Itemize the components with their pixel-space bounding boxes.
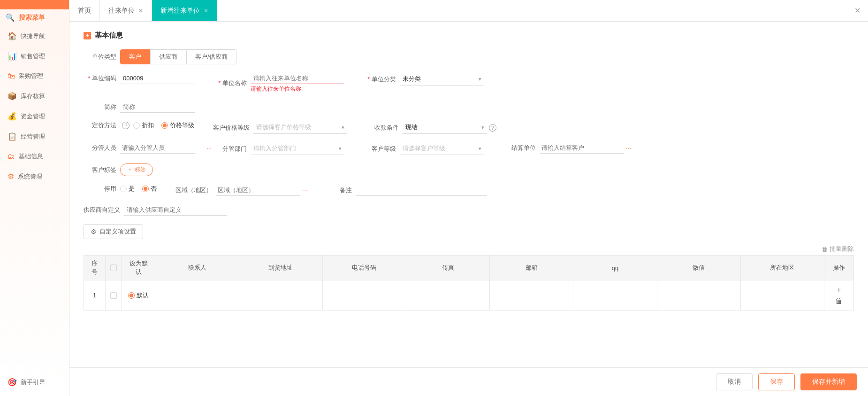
settle-input[interactable] xyxy=(540,142,622,153)
category-label: 单位分类 xyxy=(363,75,396,84)
cell-contact[interactable] xyxy=(155,280,239,311)
close-all-tabs[interactable]: ✕ xyxy=(847,6,868,15)
pricing-price-level-radio[interactable] xyxy=(161,122,168,129)
payment-help-icon[interactable]: ? xyxy=(489,124,496,132)
delete-row-button[interactable]: 🗑 xyxy=(834,296,844,306)
wechat-input[interactable] xyxy=(662,292,736,299)
disabled-yes[interactable]: 是 xyxy=(120,185,135,193)
pricing-row: 定价方法 ? 折扣 价格等级 客户价格等级 请选择客户价格等级 xyxy=(84,121,854,134)
tab-partner-list[interactable]: 往来单位 ✕ xyxy=(100,0,152,21)
remark-input[interactable] xyxy=(356,185,487,196)
batch-delete-button[interactable]: 🗑 批量删除 xyxy=(822,245,854,253)
abbr-input[interactable] xyxy=(120,101,195,113)
pricing-discount[interactable]: 折扣 xyxy=(133,121,154,130)
footer: 取消 保存 保存并新增 xyxy=(69,367,868,396)
tab-new-partner-close[interactable]: ✕ xyxy=(204,8,208,14)
region-action-icon[interactable]: ··· xyxy=(300,186,310,194)
tab-partner-list-label: 往来单位 xyxy=(108,7,135,15)
customer-price-select[interactable]: 请选择客户价格等级 ▾ xyxy=(253,121,347,134)
dept-label: 分管部门 xyxy=(214,145,247,153)
sidebar-item-sales[interactable]: 📊 销售管理 xyxy=(0,46,69,66)
customer-price-group: 客户价格等级 请选择客户价格等级 ▾ xyxy=(213,121,347,134)
payment-label: 收款条件 xyxy=(366,124,399,132)
region-input[interactable] xyxy=(216,185,298,195)
name-label: 单位名称 xyxy=(214,79,247,87)
add-tag-button[interactable]: ＋ 标签 xyxy=(120,163,153,176)
customer-level-select[interactable]: 请选择客户等级 ▾ xyxy=(400,142,484,155)
row-checkbox[interactable] xyxy=(110,292,117,299)
sidebar-item-label: 经营管理 xyxy=(21,132,45,141)
add-row-button[interactable]: ＋ xyxy=(834,284,844,296)
col-contact: 联系人 xyxy=(155,256,239,280)
cell-action: ＋ 🗑 xyxy=(824,280,854,311)
cell-email[interactable] xyxy=(490,280,573,311)
email-input[interactable] xyxy=(495,292,568,299)
fax-input[interactable] xyxy=(411,292,485,299)
pricing-group: 定价方法 ? 折扣 价格等级 xyxy=(84,121,194,130)
col-fax: 传真 xyxy=(406,256,489,280)
sidebar-item-guide[interactable]: 🎯 新手引导 xyxy=(0,372,69,392)
code-input[interactable] xyxy=(120,73,195,84)
cell-address[interactable] xyxy=(239,280,322,311)
unit-type-row: 单位类型 客户 供应商 客户/供应商 xyxy=(84,49,854,64)
tab-home[interactable]: 首页 xyxy=(69,0,100,21)
unit-type-customer[interactable]: 客户 xyxy=(120,49,150,64)
box-icon: 📦 xyxy=(8,92,17,101)
tab-partner-list-close[interactable]: ✕ xyxy=(138,8,143,14)
cancel-button[interactable]: 取消 xyxy=(716,373,753,390)
unit-type-both[interactable]: 客户/供应商 xyxy=(186,49,236,64)
pricing-price-level[interactable]: 价格等级 xyxy=(161,121,194,130)
name-input[interactable] xyxy=(251,73,344,84)
cell-check xyxy=(106,280,122,311)
phone-input[interactable] xyxy=(327,292,401,299)
main-area: 首页 往来单位 ✕ 新增往来单位 ✕ ✕ ✦ 基本信息 单位类型 客户 供应商 xyxy=(69,0,868,396)
row-default-radio[interactable]: 默认 xyxy=(128,291,149,300)
contact-input[interactable] xyxy=(160,292,234,299)
pricing-label: 定价方法 xyxy=(84,121,116,130)
address-input[interactable] xyxy=(244,292,318,299)
supplier-custom-input[interactable] xyxy=(124,204,227,216)
category-select[interactable]: 未分类 ▾ xyxy=(400,73,484,85)
manager-action-icon[interactable]: ··· xyxy=(205,144,214,152)
save-new-button[interactable]: 保存并新增 xyxy=(800,373,857,390)
pricing-discount-radio[interactable] xyxy=(133,122,140,129)
disabled-yes-radio[interactable] xyxy=(120,186,127,192)
sidebar-item-finance[interactable]: 💰 资金管理 xyxy=(0,106,69,126)
sidebar-item-system[interactable]: ⚙ 系统管理 xyxy=(0,166,69,186)
qq-input[interactable] xyxy=(578,292,652,299)
sidebar-item-quick-nav[interactable]: 🏠 快捷导航 xyxy=(0,26,69,46)
unit-type-supplier[interactable]: 供应商 xyxy=(150,49,186,64)
code-name-category-row: 单位编码 单位名称 请输入往来单位名称 单位分类 未分类 ▾ xyxy=(84,73,854,93)
tab-new-partner[interactable]: 新增往来单位 ✕ xyxy=(152,0,217,21)
cell-wechat[interactable] xyxy=(657,280,740,311)
section-title: ✦ 基本信息 xyxy=(84,31,854,40)
sidebar-search[interactable]: 🔍 搜索菜单 xyxy=(0,9,69,26)
dept-select[interactable]: 请输入分管部门 ▾ xyxy=(251,142,344,155)
payment-select[interactable]: 现结 ▾ xyxy=(403,121,487,134)
disabled-no[interactable]: 否 xyxy=(142,185,157,193)
cell-region[interactable] xyxy=(740,280,824,311)
cell-fax[interactable] xyxy=(406,280,489,311)
cell-phone[interactable] xyxy=(322,280,406,311)
cell-qq[interactable] xyxy=(573,280,657,311)
manager-input[interactable] xyxy=(120,142,203,153)
row-default-radio-circle[interactable] xyxy=(128,292,135,299)
region-input-wrapper: ··· xyxy=(216,185,300,196)
disabled-no-radio[interactable] xyxy=(142,186,149,192)
supplier-custom-group: 供应商自定义 xyxy=(84,204,227,216)
pricing-help-icon[interactable]: ? xyxy=(122,122,129,129)
region-table-input[interactable] xyxy=(746,292,819,299)
custom-settings-button[interactable]: ⚙ 自定义项设置 xyxy=(84,224,143,239)
sidebar-item-inventory[interactable]: 📦 库存核算 xyxy=(0,86,69,106)
tag-btn-label: 标签 xyxy=(135,166,146,174)
settle-action-icon[interactable]: ··· xyxy=(624,144,633,152)
code-group: 单位编码 xyxy=(84,73,195,84)
unit-type-buttons: 客户 供应商 客户/供应商 xyxy=(120,49,236,64)
save-button[interactable]: 保存 xyxy=(758,373,795,390)
sidebar-item-operations[interactable]: 📋 经营管理 xyxy=(0,126,69,147)
select-all-checkbox[interactable] xyxy=(110,264,117,271)
col-action: 操作 xyxy=(824,256,854,280)
sidebar-item-purchase[interactable]: 🛍 采购管理 xyxy=(0,66,69,86)
row-default-label: 默认 xyxy=(137,291,149,300)
sidebar-item-basic[interactable]: 🗂 基础信息 xyxy=(0,147,69,166)
